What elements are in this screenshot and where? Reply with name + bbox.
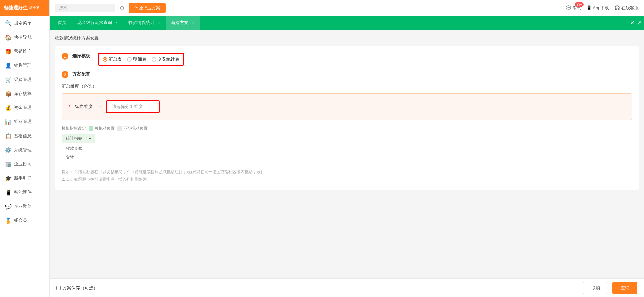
tabs-window-actions: ✕ ⤢ (630, 20, 641, 26)
metrics-label-row: 模板指标设定 可拖动位置 不可拖动位置 (62, 126, 632, 131)
sidebar-item-purchase[interactable]: 🛒 采购管理 (0, 72, 49, 87)
finance-icon: 💰 (5, 105, 11, 111)
footer-actions: 取消 查询 (583, 282, 637, 294)
step1-row: 1 选择模板 汇总表 明细表 交叉统计表 (62, 53, 632, 66)
query-button[interactable]: 查询 (612, 282, 637, 294)
tab-home[interactable]: 首页 (52, 16, 72, 30)
maximize-window-icon[interactable]: ⤢ (637, 20, 641, 26)
tab-home-label: 首页 (58, 20, 66, 26)
sidebar-item-label: 营销推广 (14, 48, 32, 54)
marketing-icon: 🎁 (5, 48, 11, 54)
save-checkbox[interactable] (56, 286, 61, 290)
step1-num: 1 (62, 53, 68, 60)
tab-new-plan[interactable]: 新建方案 × (166, 16, 200, 30)
app-logo: 畅捷通好生 标准版 (0, 0, 49, 16)
sidebar-item-label: 基础信息 (14, 133, 32, 139)
sidebar-item-marketing[interactable]: 🎁 营销推广 (0, 44, 49, 58)
breadcrumb: 收款情况统计方案设置 (55, 35, 639, 41)
save-checkbox-row: 方案保存（可选） (56, 285, 98, 291)
basic-info-icon: 📋 (5, 133, 11, 139)
radio-detail[interactable]: 明细表 (127, 56, 146, 62)
download-link[interactable]: 📱 App下载 (586, 5, 609, 11)
sidebar-item-label: 库存核算 (14, 91, 32, 97)
sidebar-item-label: 企业微信 (14, 203, 32, 209)
metrics-config-label: 模板指标设定 (62, 126, 86, 131)
trial-button[interactable]: 体验行业方案 (129, 3, 166, 13)
non-draggable-box (117, 126, 122, 131)
purchase-icon: 🛒 (5, 77, 11, 83)
tip-1: 提示： 1.拖动标题栏可以调整布局，不可跨维度或指标区域拖动栏目字段(只能在同一… (62, 168, 632, 176)
operations-icon: 📊 (5, 119, 11, 125)
sidebar-item-finance[interactable]: 💰 资金管理 (0, 101, 49, 115)
tab-collection-stats[interactable]: 收款情况统计 × (123, 16, 166, 30)
gear-icon[interactable]: ⚙ (119, 4, 125, 12)
member-icon: 🏅 (5, 217, 11, 224)
radio-crosstab-label: 交叉统计表 (158, 56, 179, 62)
support-link[interactable]: 🎧 在线客服 (614, 5, 639, 11)
sidebar-item-label: 畅会员 (14, 217, 27, 224)
tab-new-plan-close[interactable]: × (192, 20, 194, 25)
tab-bar: 首页 现金银行流水查询 × 收款情况统计 × 新建方案 × ✕ ⤢ (50, 16, 644, 30)
message-badge[interactable]: 💬 消息 99+ (566, 5, 581, 11)
stats-group-header: 统计指标 ▾ (62, 134, 95, 143)
enterprise-icon: 🏢 (5, 161, 11, 167)
search-placeholder: 搜索 (59, 5, 67, 10)
sidebar-item-member[interactable]: 🏅 畅会员 (0, 213, 49, 228)
sidebar-item-label: 销售管理 (14, 62, 32, 68)
sidebar-item-basic-info[interactable]: 📋 基础信息 (0, 129, 49, 143)
download-icon: 📱 (586, 5, 592, 10)
tab-cash-bank[interactable]: 现金银行流水查询 × (72, 16, 123, 30)
sidebar-item-quick-nav[interactable]: 🏠 快捷导航 (0, 30, 49, 44)
draggable-box (89, 126, 93, 131)
stats-group-dropdown-icon[interactable]: ▾ (89, 136, 91, 141)
stats-subtotal: 合计 (66, 153, 91, 161)
arrow-icon: → (97, 104, 102, 110)
sidebar-item-label: 经营管理 (14, 119, 32, 125)
footer: 方案保存（可选） 取消 查询 (50, 278, 644, 297)
header: 搜索 ⚙ 体验行业方案 💬 消息 99+ 📱 App下载 🎧 在线客服 (50, 0, 644, 16)
beginner-icon: 🎓 (5, 175, 11, 181)
required-star: * (69, 104, 70, 109)
settings-card: 1 选择模板 汇总表 明细表 交叉统计表 (55, 46, 639, 190)
dim-title: 汇总维度（必选） (62, 83, 632, 89)
step2-row: 2 方案配置 (62, 71, 632, 78)
cancel-button[interactable]: 取消 (583, 282, 608, 294)
radio-detail-circle (127, 57, 132, 62)
sidebar-item-sales[interactable]: 👤 销售管理 (0, 58, 49, 72)
non-draggable-label: 不可拖动位置 (123, 126, 148, 131)
sidebar-item-inventory[interactable]: 📦 库存核算 (0, 87, 49, 101)
tab-cash-bank-close[interactable]: × (115, 20, 118, 25)
close-window-icon[interactable]: ✕ (630, 20, 634, 26)
sidebar-item-smart-hw[interactable]: 📱 智能硬件 (0, 185, 49, 199)
sidebar-item-beginner[interactable]: 🎓 新手引导 (0, 171, 49, 185)
radio-crosstab[interactable]: 交叉统计表 (152, 56, 179, 62)
sidebar-item-label: 新手引导 (14, 175, 32, 181)
step1-label: 选择模板 (72, 53, 90, 59)
tab-collection-stats-close[interactable]: × (158, 20, 160, 25)
radio-summary[interactable]: 汇总表 (103, 56, 122, 62)
sidebar-item-wechat[interactable]: 💬 企业微信 (0, 199, 49, 213)
tab-new-plan-label: 新建方案 (171, 20, 189, 26)
non-draggable-indicator: 不可拖动位置 (117, 126, 148, 131)
app-version: 标准版 (29, 6, 39, 10)
save-label: 方案保存（可选） (63, 285, 98, 291)
sidebar-item-search-menu[interactable]: 🔍 搜索菜单 (0, 16, 49, 30)
tab-collection-stats-label: 收款情况统计 (128, 20, 155, 26)
stats-group-label: 统计指标 (66, 136, 82, 141)
dim-area: * 纵向维度 → 请选择分组维度 (62, 93, 632, 120)
sidebar-item-operations[interactable]: 📊 经营管理 (0, 115, 49, 129)
stats-group-body: 收款金额 合计 (62, 143, 95, 163)
support-label: 在线客服 (621, 5, 639, 10)
radio-summary-label: 汇总表 (109, 56, 122, 62)
app-name: 畅捷通好生 (4, 5, 28, 11)
system-icon: ⚙️ (5, 147, 11, 153)
metrics-area: 模板指标设定 可拖动位置 不可拖动位置 统计指标 ▾ (62, 126, 632, 163)
header-left: 搜索 ⚙ 体验行业方案 (55, 3, 166, 13)
sidebar-item-system[interactable]: ⚙️ 系统管理 (0, 143, 49, 157)
config-section: 汇总维度（必选） * 纵向维度 → 请选择分组维度 模板指标设定 (62, 83, 632, 183)
sidebar-item-enterprise[interactable]: 🏢 企业协同 (0, 157, 49, 171)
sidebar-item-label: 采购管理 (14, 77, 32, 83)
header-search: 搜索 (55, 4, 115, 12)
sidebar: 畅捷通好生 标准版 🔍 搜索菜单 🏠 快捷导航 🎁 营销推广 👤 销售管理 🛒 … (0, 0, 50, 297)
dim-select[interactable]: 请选择分组维度 (106, 100, 160, 113)
